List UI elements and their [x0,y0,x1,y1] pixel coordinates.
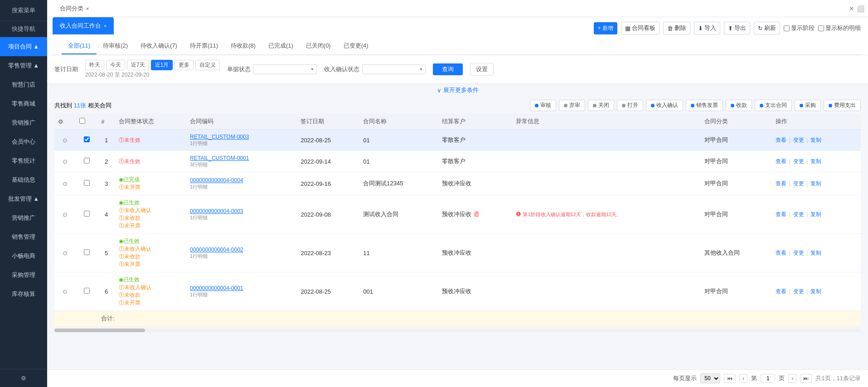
row-checkbox-4[interactable] [76,234,97,272]
scrollbar-thumb[interactable] [54,329,145,332]
date-btn-last1month[interactable]: 近1月 [151,60,173,70]
op-copy-2[interactable]: 复制 [810,180,821,187]
action-btn-income_confirm[interactable]: 收入确认 [646,100,683,111]
filter-tab-closed[interactable]: 已关闭(0) [300,38,337,54]
sidebar-item-inventory[interactable]: 库存核算 [0,285,47,304]
op-edit-3[interactable]: 变更 [793,211,804,218]
page-input[interactable] [761,374,775,383]
filter-tab-pending_review[interactable]: 待审核(2) [97,38,134,54]
row-setting-2[interactable]: ⊙ [54,172,76,195]
filter-tab-changed[interactable]: 已变更(4) [337,38,375,54]
first-page-button[interactable]: ⏮ [724,374,736,383]
date-btn-last7[interactable]: 近7天 [127,60,149,70]
row-setting-4[interactable]: ⊙ [54,234,76,272]
op-view-1[interactable]: 查看 [776,158,786,164]
contract-link-5[interactable]: 0000000000004-0001 [190,285,243,291]
date-btn-custom[interactable]: 自定义 [195,60,220,70]
row-checkbox-2[interactable] [76,172,97,195]
sidebar-nav[interactable]: 快捷导航 [0,21,47,37]
contract-link-3[interactable]: 0000000000004-0003 [190,208,243,214]
date-btn-more[interactable]: 更多 [175,60,194,70]
tab-contract_category[interactable]: 合同分类× [53,0,114,17]
date-btn-yesterday[interactable]: 昨天 [85,60,104,70]
op-copy-1[interactable]: 复制 [810,158,821,164]
action-btn-review[interactable]: 审核 [530,100,556,111]
sidebar-item-retail[interactable]: 零售管理 ▲ [0,56,47,75]
col-setting[interactable]: ⚙ [54,114,76,130]
row-checkbox-0[interactable] [76,130,97,151]
sidebar-item-purchase[interactable]: 采购管理 [0,266,47,285]
op-copy-5[interactable]: 复制 [810,288,821,295]
row-setting-5[interactable]: ⊙ [54,272,76,311]
row-setting-0[interactable]: ⊙ [54,130,76,151]
export-button[interactable]: ⬆ 导出 [724,22,750,34]
sidebar-settings[interactable]: ⚙ [0,369,47,387]
tab-close-income_workbench[interactable]: × [104,23,107,29]
action-btn-purchase[interactable]: 采购 [795,100,821,111]
action-btn-expense[interactable]: 费用支出 [824,100,861,111]
tab-income_workbench[interactable]: 收入合同工作台× [53,17,114,34]
date-btn-today[interactable]: 今天 [106,60,125,70]
sidebar-search[interactable]: 搜索菜单 [0,0,47,21]
op-view-2[interactable]: 查看 [776,180,786,187]
row-checkbox-3[interactable] [76,195,97,234]
sidebar-item-stats[interactable]: 零售统计 [0,151,47,170]
filter-tab-done[interactable]: 已完成(1) [262,38,300,54]
prev-page-button[interactable]: ‹ [739,374,747,383]
op-view-4[interactable]: 查看 [776,250,786,256]
op-edit-5[interactable]: 变更 [793,288,804,295]
sidebar-item-member[interactable]: 会员中心 [0,132,47,151]
select-all-checkbox[interactable] [79,118,85,124]
delete-button[interactable]: 🗑 删除 [663,22,690,34]
op-edit-2[interactable]: 变更 [793,180,804,187]
op-edit-0[interactable]: 变更 [793,137,804,143]
add-button[interactable]: + 新增 [594,22,617,34]
op-edit-1[interactable]: 变更 [793,158,804,164]
income-confirm-select[interactable] [362,64,426,74]
row-checkbox-5[interactable] [76,272,97,311]
contract-link-1[interactable]: RETAIL_CUSTOM-0001 [190,155,249,161]
sidebar-item-wholesale[interactable]: 批发管理 ▲ [0,189,47,208]
op-view-0[interactable]: 查看 [776,137,786,143]
filter-tab-pending_confirm[interactable]: 待收入确认(7) [134,38,184,54]
expand-more-row[interactable]: ∨ 展开更多条件 [47,84,868,96]
row-setting-1[interactable]: ⊙ [54,151,76,172]
col-checkbox[interactable] [76,114,97,130]
per-page-select[interactable]: 50 [700,373,720,383]
doc-status-select[interactable] [253,64,317,74]
row-setting-3[interactable]: ⊙ [54,195,76,234]
row-checkbox-1[interactable] [76,151,97,172]
refresh-button[interactable]: ↻ 刷新 [754,22,780,34]
contract-link-4[interactable]: 0000000000004-0002 [190,247,243,253]
last-page-button[interactable]: ⏭ [800,374,812,383]
sidebar-item-marketing[interactable]: 营销推广 [0,113,47,132]
contract-link-0[interactable]: RETAIL_CUSTOM-0003 [190,134,249,140]
op-copy-0[interactable]: 复制 [810,137,821,143]
action-btn-receive[interactable]: 收款 [726,100,752,111]
import-button[interactable]: ⬇ 导入 [694,22,720,34]
next-page-button[interactable]: › [788,374,796,383]
sidebar-item-basic[interactable]: 基础信息 [0,170,47,189]
sidebar-item-smart_store[interactable]: 智慧门店 [0,75,47,94]
window-maximize-icon[interactable]: ⬜ [857,5,864,12]
op-copy-4[interactable]: 复制 [810,250,821,256]
action-btn-close[interactable]: 关闭 [588,100,614,111]
op-copy-3[interactable]: 复制 [810,211,821,218]
show-fields-checkbox[interactable]: 显示阶段 [784,24,815,32]
filter-tab-pending_receive[interactable]: 待收款(8) [224,38,262,54]
kanban-button[interactable]: ▦ 合同看板 [621,22,659,34]
tab-close-contract_category[interactable]: × [86,6,89,11]
filter-tab-all[interactable]: 全部(11) [62,38,97,54]
sidebar-item-project[interactable]: 项目合同 ▲ [0,37,47,56]
query-button[interactable]: 查询 [433,63,463,75]
action-btn-abandon[interactable]: 弃审 [559,100,585,111]
action-btn-out_contract[interactable]: 支出合同 [755,100,792,111]
op-view-3[interactable]: 查看 [776,211,786,218]
horizontal-scrollbar[interactable] [54,329,861,332]
contract-link-2[interactable]: 0000000000004-0004 [190,177,243,184]
op-view-5[interactable]: 查看 [776,288,786,295]
action-btn-print[interactable]: 打开 [617,100,643,111]
filter-settings-button[interactable]: 设置 [470,63,494,76]
action-btn-sales_invoice[interactable]: 销售发票 [686,100,723,111]
op-edit-4[interactable]: 变更 [793,250,804,256]
